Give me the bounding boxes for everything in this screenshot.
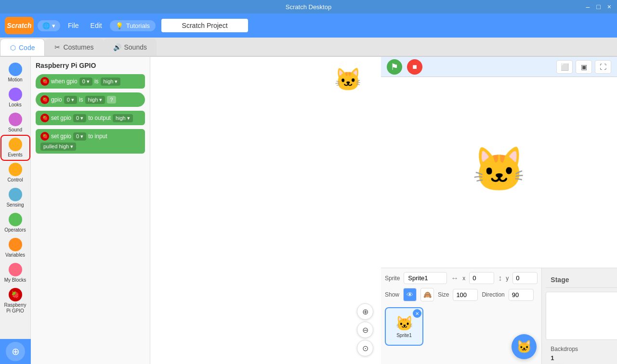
sprite-name-input[interactable] bbox=[404, 272, 447, 284]
zoom-controls: ⊕ ⊖ ⊙ bbox=[357, 303, 373, 356]
tab-costumes[interactable]: ✂ Costumes bbox=[45, 39, 103, 56]
category-looks[interactable]: Looks bbox=[1, 86, 29, 110]
block-gpio-num-2[interactable]: 0 ▾ bbox=[64, 96, 77, 104]
globe-icon: 🌐 bbox=[42, 22, 50, 29]
backdrops-label: Backdrops bbox=[546, 344, 617, 354]
pi-icon-3: 🍓 bbox=[40, 114, 49, 122]
y-input[interactable] bbox=[512, 272, 538, 284]
block-gpio-num-4[interactable]: 0 ▾ bbox=[73, 132, 86, 141]
add-sprite-button[interactable]: 🐱 bbox=[512, 334, 537, 359]
stage-section-label: Stage bbox=[546, 272, 617, 288]
scratch-logo[interactable]: Scratch bbox=[5, 17, 34, 34]
block-pulled-high[interactable]: pulled high ▾ bbox=[40, 143, 76, 151]
category-sensing[interactable]: Sensing bbox=[1, 186, 29, 210]
block-categories: Motion Looks Sound Events Control Sensin… bbox=[0, 57, 31, 364]
main-layout: Motion Looks Sound Events Control Sensin… bbox=[0, 57, 617, 364]
category-motion-label: Motion bbox=[8, 77, 22, 83]
category-myblocks-label: My Blocks bbox=[4, 277, 26, 283]
block-text-is-1: is bbox=[94, 78, 99, 85]
fullscreen-icon: ⛶ bbox=[600, 63, 606, 71]
category-events-label: Events bbox=[8, 152, 23, 158]
tab-sounds[interactable]: 🔊 Sounds bbox=[104, 39, 157, 56]
fullscreen-button[interactable]: ⛶ bbox=[595, 60, 611, 74]
variables-dot bbox=[9, 238, 22, 251]
category-motion[interactable]: Motion bbox=[1, 61, 29, 85]
category-control[interactable]: Control bbox=[1, 161, 29, 185]
direction-input[interactable] bbox=[509, 289, 534, 301]
block-gpio-boolean[interactable]: 🍓 gpio 0 ▾ is high ▾ ? bbox=[36, 92, 145, 107]
tutorials-button[interactable]: 💡 Tutorials bbox=[110, 20, 156, 31]
category-raspi[interactable]: 🍓 Raspberry Pi GPIO bbox=[1, 286, 29, 316]
block-when-gpio[interactable]: 🍓 when gpio 0 ▾ is high ▾ bbox=[36, 74, 145, 89]
block-text-when: when gpio bbox=[51, 78, 78, 85]
language-selector[interactable]: 🌐 ▾ bbox=[38, 20, 60, 31]
sprite-delete-button[interactable]: ✕ bbox=[413, 309, 421, 318]
category-operators[interactable]: Operators bbox=[1, 211, 29, 235]
x-input[interactable] bbox=[469, 272, 494, 284]
tab-code[interactable]: ⬡ Code bbox=[0, 39, 45, 56]
sound-dot bbox=[9, 113, 22, 126]
sprites-section: Sprite ↔ x ↕ y Show 👁 🙈 bbox=[381, 268, 541, 364]
zoom-reset-button[interactable]: ⊙ bbox=[357, 340, 373, 356]
blocks-panel-title: Raspberry Pi GPIO bbox=[36, 62, 145, 69]
category-sound[interactable]: Sound bbox=[1, 111, 29, 135]
category-events[interactable]: Events bbox=[1, 136, 29, 160]
file-menu[interactable]: File bbox=[64, 20, 83, 31]
sprite-label: Sprite bbox=[385, 275, 400, 282]
control-dot bbox=[9, 163, 22, 176]
direction-label: Direction bbox=[482, 291, 504, 298]
block-set-gpio-input[interactable]: 🍓 set gpio 0 ▾ to input pulled high ▾ bbox=[36, 129, 145, 154]
size-input[interactable] bbox=[453, 289, 478, 301]
maximize-button[interactable]: □ bbox=[594, 2, 602, 12]
layout-small-button[interactable]: ⬜ bbox=[556, 60, 573, 74]
block-high-2[interactable]: high ▾ bbox=[85, 96, 105, 104]
close-button[interactable]: × bbox=[605, 2, 613, 12]
eye-open-icon: 👁 bbox=[407, 291, 413, 299]
block-text-set-3: set gpio bbox=[51, 115, 71, 121]
block-high-1[interactable]: high ▾ bbox=[101, 78, 121, 86]
category-variables[interactable]: Variables bbox=[1, 236, 29, 260]
zoom-in-icon: ⊕ bbox=[362, 307, 368, 316]
block-set-gpio-output[interactable]: 🍓 set gpio 0 ▾ to output high ▾ bbox=[36, 111, 145, 125]
block-question-mark: ? bbox=[107, 96, 116, 104]
myblocks-dot bbox=[9, 263, 22, 276]
stage-canvas: 🐱 bbox=[381, 77, 617, 268]
backdrops-count: 1 bbox=[546, 354, 617, 362]
category-sound-label: Sound bbox=[8, 127, 22, 133]
block-gpio-num-1[interactable]: 0 ▾ bbox=[79, 78, 92, 86]
layout-large-button[interactable]: ▣ bbox=[576, 60, 592, 74]
operators-dot bbox=[9, 213, 22, 226]
block-gpio-num-3[interactable]: 0 ▾ bbox=[73, 114, 86, 122]
stage-controls: ⚑ ■ ⬜ ▣ ⛶ bbox=[381, 57, 617, 77]
size-label: Size bbox=[438, 291, 449, 298]
right-section: ⚑ ■ ⬜ ▣ ⛶ 🐱 bbox=[381, 57, 617, 364]
sprite-card-sprite1[interactable]: 🐱 ✕ Sprite1 bbox=[385, 307, 423, 346]
zoom-reset-icon: ⊙ bbox=[362, 344, 368, 353]
show-visible-button[interactable]: 👁 bbox=[403, 288, 417, 301]
block-high-3[interactable]: high ▾ bbox=[113, 114, 133, 122]
minimize-button[interactable]: – bbox=[584, 2, 592, 12]
stop-button[interactable]: ■ bbox=[407, 59, 422, 75]
pi-icon-1: 🍓 bbox=[40, 77, 49, 86]
pi-icon-2: 🍓 bbox=[40, 95, 49, 104]
show-label: Show bbox=[385, 291, 399, 298]
add-extension-button[interactable]: ⊕ bbox=[6, 342, 25, 361]
zoom-out-button[interactable]: ⊖ bbox=[357, 322, 373, 338]
stage-thumbnail bbox=[546, 292, 617, 340]
zoom-in-button[interactable]: ⊕ bbox=[357, 303, 373, 320]
script-area[interactable]: 🐱 ⊕ ⊖ ⊙ bbox=[150, 57, 381, 364]
add-sprite-icon: 🐱 bbox=[516, 339, 532, 354]
show-hidden-button[interactable]: 🙈 bbox=[420, 288, 434, 301]
edit-menu[interactable]: Edit bbox=[87, 20, 106, 31]
green-flag-button[interactable]: ⚑ bbox=[387, 59, 402, 75]
category-myblocks[interactable]: My Blocks bbox=[1, 261, 29, 285]
category-control-label: Control bbox=[7, 177, 23, 183]
menubar: Scratch 🌐 ▾ File Edit 💡 Tutorials Scratc… bbox=[0, 13, 617, 38]
sprite-card-name: Sprite1 bbox=[396, 333, 412, 338]
x-coord-icon: ↔ bbox=[451, 274, 459, 283]
titlebar-title: Scratch Desktop bbox=[286, 3, 331, 11]
add-sprite-area: 🐱 bbox=[512, 334, 537, 359]
layout-small-icon: ⬜ bbox=[561, 63, 569, 71]
motion-dot bbox=[9, 63, 22, 76]
project-name-input[interactable]: Scratch Project bbox=[161, 19, 248, 32]
